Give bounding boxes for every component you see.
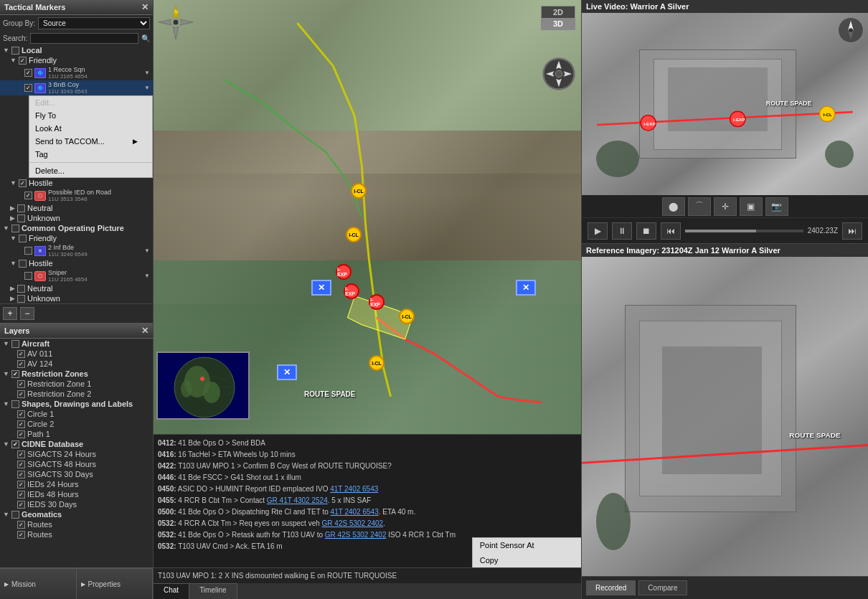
ctx-edit[interactable]: Edit... <box>29 96 152 109</box>
checkbox-ied[interactable] <box>24 192 32 199</box>
2d3d-toggle[interactable]: 2D 3D <box>541 6 575 30</box>
checkbox-routes[interactable] <box>17 521 25 529</box>
layer-aircraft[interactable]: ▼ Aircraft <box>0 339 153 349</box>
ctx-delete[interactable]: Delete... <box>29 164 152 177</box>
compare-tab[interactable]: Compare <box>638 580 687 595</box>
checkbox-aircraft[interactable] <box>11 340 19 348</box>
layer-av011[interactable]: ▶ AV 011 <box>0 349 153 359</box>
layer-ieds30[interactable]: ▶ IEDS 30 Days <box>0 499 153 509</box>
vid-icon-circle[interactable]: ⬤ <box>662 197 685 216</box>
2d-button[interactable]: 2D <box>542 6 575 18</box>
ctx-tag[interactable]: Tag <box>29 148 152 161</box>
ctx-inline-pointsensor[interactable]: Point Sensor At <box>473 538 581 553</box>
ctx-inline-copy[interactable]: Copy <box>473 553 581 567</box>
expand-infbde[interactable]: ▼ <box>144 247 150 254</box>
checkbox-sniper[interactable] <box>24 272 32 280</box>
checkbox-neutral[interactable] <box>17 204 25 212</box>
link-0532b[interactable]: GR 42S 5302 2402 <box>325 531 387 539</box>
checkbox-circle1[interactable] <box>17 410 25 418</box>
checkbox-rz2[interactable] <box>17 390 25 398</box>
vid-icon-oval[interactable]: ⌒ <box>688 197 711 216</box>
checkbox-bnb[interactable] <box>24 84 32 92</box>
checkbox-infbde[interactable] <box>24 247 32 255</box>
layer-rz2[interactable]: ▶ Restriction Zone 2 <box>0 389 153 399</box>
checkbox-restriction[interactable] <box>11 370 19 378</box>
checkbox-ieds24[interactable] <box>17 481 25 489</box>
layer-ieds24[interactable]: ▶ IEDs 24 Hours <box>0 479 153 489</box>
waypoint-marker-1[interactable]: ✕ <box>311 280 331 296</box>
layer-geomatics[interactable]: ▼ Geomatics <box>0 509 153 519</box>
tree-item-recce[interactable]: ▶ 🔷 1 Recce Sqn11U 2165 4654 ▼ <box>0 65 153 80</box>
layer-sigacts24[interactable]: ▶ SIGACTS 24 Hours <box>0 449 153 459</box>
checkbox-rz1[interactable] <box>17 380 25 388</box>
layer-sigacts48[interactable]: ▶ SIGACTS 48 Hours <box>0 459 153 469</box>
tree-item-cop-unknown[interactable]: ▶ Unknown <box>0 293 153 303</box>
tree-item-infbde[interactable]: ▶ ✕ 2 Inf Bde11U 3240 6549 ▼ <box>0 243 153 258</box>
checkbox-ieds30[interactable] <box>17 501 25 509</box>
ctx-lookat[interactable]: Look At <box>29 122 152 135</box>
checkbox-sigacts48[interactable] <box>17 461 25 468</box>
tree-item-hostile[interactable]: ▼ Hostile <box>0 178 153 188</box>
marker-icl-1[interactable]: I-CL <box>351 183 367 199</box>
mission-button[interactable]: ▶ Mission <box>0 569 77 599</box>
tree-item-cop-friendly[interactable]: ▼ Friendly <box>0 233 153 243</box>
tree-item-bnb[interactable]: ▶ 🔷 3 BnB Coy11U 3243 6543 ▼ <box>0 80 153 95</box>
tree-item-cop-neutral[interactable]: ▶ Neutral <box>0 283 153 293</box>
checkbox-av124[interactable] <box>17 360 25 368</box>
checkbox-circle2[interactable] <box>17 420 25 428</box>
stop-button[interactable]: ⏹ <box>636 222 656 240</box>
expand-sniper[interactable]: ▼ <box>144 273 150 279</box>
checkbox-cop-neutral[interactable] <box>17 285 25 293</box>
checkbox-path1[interactable] <box>17 430 25 438</box>
group-by-select[interactable]: Source <box>38 17 150 29</box>
checkbox-shapes[interactable] <box>11 400 19 408</box>
checkbox-cop-hostile[interactable] <box>19 260 27 268</box>
rewind-button[interactable]: ⏮ <box>661 222 681 240</box>
expand-recce[interactable]: ▼ <box>144 70 150 76</box>
checkbox-sigacts24[interactable] <box>17 451 25 458</box>
link-0455[interactable]: GR 41T 4302 2524 <box>267 496 328 504</box>
marker-iexp-2[interactable]: I-EXP <box>344 283 359 299</box>
layer-cidne[interactable]: ▼ CIDNE Database <box>0 439 153 449</box>
tree-item-cop[interactable]: ▼ Common Operating Picture <box>0 223 153 233</box>
tree-item-local[interactable]: ▼ Local <box>0 45 153 55</box>
expand-bnb[interactable]: ▼ <box>144 85 150 91</box>
checkbox-recce[interactable] <box>24 69 32 77</box>
tree-item-ied[interactable]: ▶ ⬡ Possible IED on Road11U 3513 3546 <box>0 188 153 203</box>
marker-icl-3[interactable]: I-CL <box>399 308 415 324</box>
checkbox-cop-friendly[interactable] <box>19 235 27 242</box>
checkbox-friendly[interactable] <box>19 57 27 65</box>
chat-tab-chat[interactable]: Chat <box>154 583 189 599</box>
layers-close[interactable]: ✕ <box>141 326 148 336</box>
vid-icon-camera[interactable]: 📷 <box>765 197 788 216</box>
video-progress[interactable] <box>685 230 803 232</box>
layer-ieds48[interactable]: ▶ IEDs 48 Hours <box>0 489 153 499</box>
checkbox-local[interactable] <box>11 47 19 55</box>
tree-item-friendly[interactable]: ▼ Friendly <box>0 55 153 65</box>
layer-path1[interactable]: ▶ Path 1 <box>0 429 153 439</box>
checkbox-av011[interactable] <box>17 350 25 358</box>
checkbox-hostile[interactable] <box>19 179 27 187</box>
tree-item-unknown[interactable]: ▶ Unknown <box>0 213 153 223</box>
ctx-sendtaccom[interactable]: Send to TACCOM... ▶ <box>29 135 152 148</box>
link-0450[interactable]: 41T 2402 6543 <box>330 485 378 493</box>
add-marker-button[interactable]: + <box>3 307 17 320</box>
layer-circle1[interactable]: ▶ Circle 1 <box>0 409 153 419</box>
checkbox-cop[interactable] <box>11 225 19 232</box>
waypoint-marker-2[interactable]: ✕ <box>516 280 536 296</box>
map-container[interactable]: ✕ ✕ ✕ I-CL I-CL I-CL I <box>154 0 581 434</box>
checkbox-unknown[interactable] <box>17 214 25 222</box>
nav-control[interactable]: N <box>542 57 575 90</box>
checkbox-geomatics[interactable] <box>11 511 19 519</box>
checkbox-sigacts30[interactable] <box>17 471 25 478</box>
vid-icon-grid[interactable]: ▣ <box>740 197 763 216</box>
marker-iexp-1[interactable]: I-EXP <box>336 264 352 280</box>
tree-item-cop-hostile[interactable]: ▼ Hostile <box>0 258 153 268</box>
pause-button[interactable]: ⏸ <box>612 222 632 240</box>
ffwd-button[interactable]: ⏭ <box>842 222 862 240</box>
marker-iexp-3[interactable]: I-EXP <box>369 294 385 310</box>
tactical-markers-close[interactable]: ✕ <box>141 2 148 12</box>
ctx-flyto[interactable]: Fly To <box>29 109 152 122</box>
search-icon[interactable]: 🔍 <box>141 34 150 42</box>
mini-globe[interactable] <box>156 352 250 420</box>
